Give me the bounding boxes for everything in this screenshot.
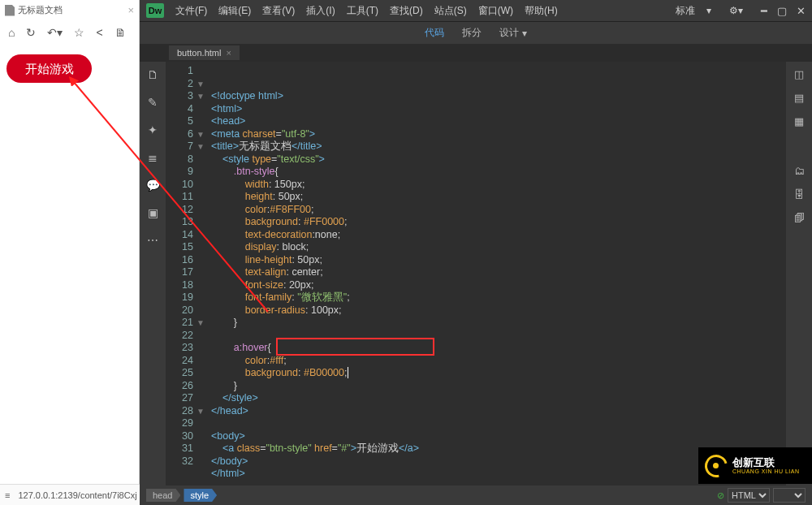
file-icon[interactable]: 🗋 (147, 68, 158, 81)
assets-icon[interactable]: 🗄 (794, 188, 805, 201)
maximize-icon[interactable]: ▢ (777, 5, 787, 17)
file-tab[interactable]: button.html × (169, 45, 240, 60)
chevron-down-icon: ▾ (522, 28, 527, 39)
address-text: 127.0.0.1:2139/content/7i8Cxj (18, 490, 136, 500)
menu-icon[interactable]: ≡ (5, 490, 10, 500)
menu-site[interactable]: 站点(S) (434, 4, 467, 18)
view-design[interactable]: 设计 ▾ (499, 26, 527, 40)
corp-logo: 创新互联 CHUANG XIN HU LIAN (698, 447, 812, 484)
home-icon[interactable]: ⌂ (8, 26, 15, 39)
breadcrumb-head[interactable]: head (146, 489, 180, 502)
view-code[interactable]: 代码 (425, 26, 444, 40)
menu-help[interactable]: 帮助(H) (525, 4, 558, 18)
undo-dropdown-icon[interactable]: ↶▾ (47, 26, 63, 39)
document-icon (5, 5, 15, 16)
line-numbers: 1234567891011121314151617181920212223242… (166, 62, 197, 486)
panel-icon[interactable]: ◫ (794, 68, 804, 80)
logo-mark-icon (705, 455, 728, 477)
right-toolbar: ◫ ▤ ▦ 🗂 🗄 🗐 (786, 62, 812, 486)
file-tab-bar: button.html × (140, 44, 812, 62)
start-game-button[interactable]: 开始游戏 (6, 54, 92, 83)
menu-window[interactable]: 窗口(W) (478, 4, 513, 18)
browser-tab[interactable]: 无标题文档 × (0, 0, 139, 20)
panel2-icon[interactable]: ▤ (794, 92, 804, 104)
comment-icon[interactable]: 💬 (146, 179, 160, 192)
dreamweaver-window: Dw 文件(F) 编辑(E) 查看(V) 插入(I) 工具(T) 查找(D) 站… (140, 0, 812, 505)
snippet-icon[interactable]: 🗐 (794, 212, 805, 224)
menu-tools[interactable]: 工具(T) (347, 4, 378, 18)
menu-edit[interactable]: 编辑(E) (218, 4, 251, 18)
library-icon[interactable]: 🗂 (794, 165, 805, 177)
code-content[interactable]: <!doctype html><html><head><meta charset… (206, 62, 786, 486)
editor-row: 🗋 ✎ ✦ ≣ 💬 ▣ ⋯ 12345678910111213141516171… (140, 62, 812, 486)
document-icon[interactable]: 🗎 (114, 26, 126, 39)
layout-label[interactable]: 标准 (676, 4, 695, 18)
layers-icon[interactable]: ≣ (148, 151, 158, 164)
view-bar: 代码 拆分 设计 ▾ (140, 21, 812, 44)
menu-find[interactable]: 查找(D) (390, 4, 423, 18)
left-toolbar: 🗋 ✎ ✦ ≣ 💬 ▣ ⋯ (140, 62, 166, 486)
tab-close-icon[interactable]: × (127, 4, 134, 16)
close-icon[interactable]: ✕ (797, 5, 806, 17)
browser-tab-title: 无标题文档 (18, 4, 63, 16)
status-bar: head style ⊘ HTML (140, 486, 812, 505)
close-tab-icon[interactable]: × (226, 48, 231, 58)
brush-icon[interactable]: ✎ (148, 96, 158, 109)
menu-insert[interactable]: 插入(I) (306, 4, 335, 18)
menu-file[interactable]: 文件(F) (175, 4, 207, 18)
star-icon[interactable]: ☆ (74, 26, 84, 39)
dropdown-icon[interactable]: ▾ (706, 5, 711, 16)
browser-preview-panel: 无标题文档 × ⌂ ↻ ↶▾ ☆ < 🗎 开始游戏 (0, 0, 140, 505)
fold-gutter[interactable]: ▼▼▼▼▼▼ (197, 62, 206, 486)
panel3-icon[interactable]: ▦ (794, 115, 804, 127)
browser-nav-bar: ⌂ ↻ ↶▾ ☆ < 🗎 (0, 20, 139, 45)
minimize-icon[interactable]: ━ (761, 5, 767, 17)
file-tab-label: button.html (177, 48, 221, 58)
logo-cn: 创新互联 (732, 457, 800, 468)
menu-bar: Dw 文件(F) 编辑(E) 查看(V) 插入(I) 工具(T) 查找(D) 站… (140, 0, 812, 21)
reload-icon[interactable]: ↻ (26, 26, 36, 39)
more-icon[interactable]: ⋯ (147, 234, 158, 247)
preview-viewport: 开始游戏 (0, 45, 139, 93)
logo-en: CHUANG XIN HU LIAN (732, 468, 800, 474)
browser-status-bar: ≡ 127.0.0.1:2139/content/7i8Cxj (0, 484, 140, 505)
view-split[interactable]: 拆分 (462, 26, 482, 40)
ins-select[interactable] (773, 488, 806, 503)
breadcrumb-style[interactable]: style (184, 489, 217, 502)
dw-logo-icon: Dw (146, 3, 164, 18)
error-icon[interactable]: ⊘ (717, 490, 724, 501)
code-editor[interactable]: 1234567891011121314151617181920212223242… (166, 62, 786, 486)
encoding-select[interactable]: HTML (728, 488, 770, 503)
wand-icon[interactable]: ✦ (148, 123, 158, 136)
gear-icon[interactable]: ⚙▾ (729, 5, 743, 16)
menu-view[interactable]: 查看(V) (262, 4, 295, 18)
back-icon[interactable]: < (96, 26, 102, 39)
box-icon[interactable]: ▣ (148, 206, 158, 219)
